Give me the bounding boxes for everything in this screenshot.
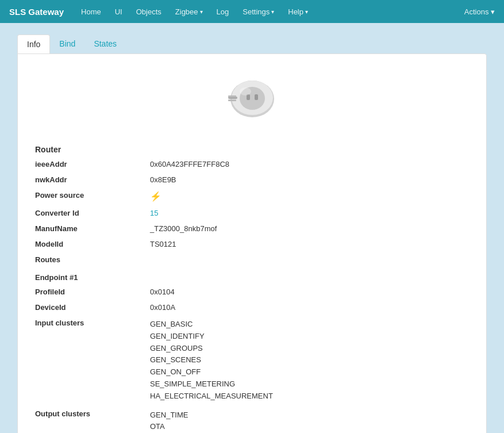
- label-ep1-output-clusters: Output clusters: [35, 408, 150, 419]
- tabs: Info Bind States: [17, 35, 487, 53]
- nav-items: Home UI Objects Zigbee ▾ Log Settings ▾ …: [75, 5, 464, 18]
- value-manufname: _TZ3000_8nkb7mof: [150, 223, 217, 234]
- row-manufname: ManufName _TZ3000_8nkb7mof: [35, 221, 469, 236]
- value-ieeeaddr: 0x60A423FFFE7FF8C8: [150, 159, 229, 170]
- value-converterid[interactable]: 15: [150, 208, 158, 219]
- help-dropdown-arrow: ▾: [305, 9, 308, 15]
- info-table: Router ieeeAddr 0x60A423FFFE7FF8C8 nwkAd…: [35, 145, 469, 433]
- row-ep1-profileid: ProfileId 0x0104: [35, 284, 469, 300]
- endpoint1-title: Endpoint #1: [35, 273, 469, 282]
- row-nwkaddr: nwkAddr 0x8E9B: [35, 172, 469, 187]
- label-modelid: ModelId: [35, 239, 150, 250]
- value-ep1-output-clusters: GEN_TIME OTA: [150, 408, 188, 433]
- row-routes: Routes: [35, 252, 469, 267]
- zigbee-dropdown-arrow: ▾: [200, 9, 203, 15]
- tab-states[interactable]: States: [84, 35, 126, 53]
- device-type: Router: [35, 145, 469, 154]
- label-ieeeaddr: ieeeAddr: [35, 159, 150, 170]
- nav-log[interactable]: Log: [211, 5, 235, 18]
- row-ep1-input-clusters: Input clusters GEN_BASIC GEN_IDENTIFY GE…: [35, 315, 469, 406]
- label-ep1-input-clusters: Input clusters: [35, 317, 150, 328]
- value-ep1-profileid: 0x0104: [150, 286, 175, 297]
- svg-point-8: [240, 87, 251, 95]
- value-powersource: ⚡: [150, 190, 161, 203]
- device-image-area: [35, 66, 469, 140]
- label-nwkaddr: nwkAddr: [35, 174, 150, 185]
- tab-bind[interactable]: Bind: [50, 35, 84, 53]
- row-converterid: Converter Id 15: [35, 205, 469, 221]
- label-converterid: Converter Id: [35, 208, 150, 219]
- label-routes: Routes: [35, 254, 150, 265]
- row-powersource: Power source ⚡: [35, 187, 469, 205]
- nav-objects[interactable]: Objects: [130, 5, 167, 18]
- nav-home[interactable]: Home: [75, 5, 107, 18]
- navbar: SLS Gateway Home UI Objects Zigbee ▾ Log…: [0, 0, 504, 23]
- row-ep1-output-clusters: Output clusters GEN_TIME OTA: [35, 406, 469, 433]
- brand: SLS Gateway: [9, 7, 64, 17]
- content-panel: Router ieeeAddr 0x60A423FFFE7FF8C8 nwkAd…: [17, 53, 487, 433]
- nav-zigbee[interactable]: Zigbee ▾: [170, 5, 209, 18]
- nav-settings[interactable]: Settings ▾: [237, 5, 280, 18]
- row-ieeeaddr: ieeeAddr 0x60A423FFFE7FF8C8: [35, 156, 469, 172]
- value-nwkaddr: 0x8E9B: [150, 174, 176, 185]
- label-powersource: Power source: [35, 190, 150, 201]
- settings-dropdown-arrow: ▾: [271, 9, 274, 15]
- label-ep1-deviceid: DeviceId: [35, 302, 150, 313]
- nav-ui[interactable]: UI: [109, 5, 128, 18]
- label-manufname: ManufName: [35, 223, 150, 234]
- svg-rect-4: [255, 94, 258, 100]
- svg-rect-6: [228, 95, 236, 97]
- nav-help[interactable]: Help ▾: [282, 5, 314, 18]
- device-image: [224, 77, 281, 123]
- value-modelid: TS0121: [150, 239, 176, 250]
- tab-info[interactable]: Info: [17, 35, 50, 53]
- row-modelid: ModelId TS0121: [35, 236, 469, 252]
- value-ep1-deviceid: 0x010A: [150, 302, 175, 313]
- svg-rect-7: [228, 99, 236, 101]
- label-ep1-profileid: ProfileId: [35, 286, 150, 297]
- value-ep1-input-clusters: GEN_BASIC GEN_IDENTIFY GEN_GROUPS GEN_SC…: [150, 317, 273, 404]
- main-area: Info Bind States: [0, 23, 504, 433]
- actions-menu[interactable]: Actions ▾: [464, 7, 495, 16]
- row-ep1-deviceid: DeviceId 0x010A: [35, 300, 469, 315]
